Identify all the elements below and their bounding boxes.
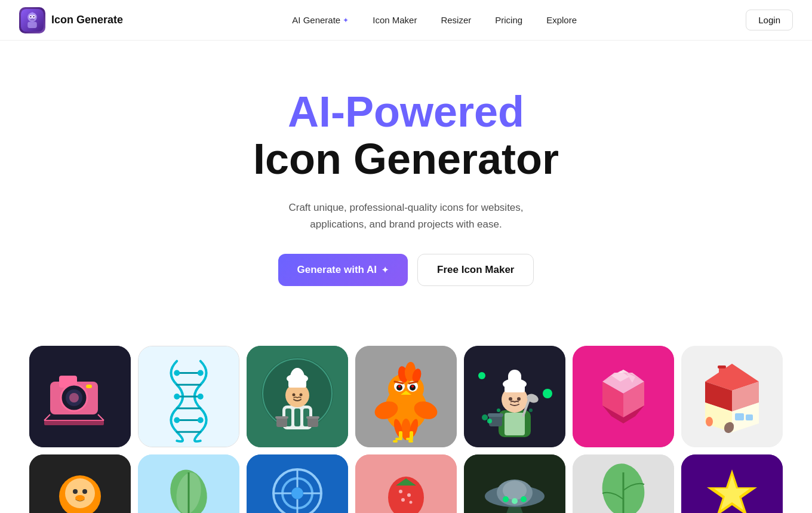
gallery-item-target <box>247 454 348 513</box>
svg-point-28 <box>174 370 180 376</box>
svg-point-87 <box>509 397 512 401</box>
svg-rect-76 <box>408 440 413 443</box>
hero-title: AI-Powered Icon Generator <box>12 88 800 183</box>
nav-ai-generate[interactable]: AI Generate ✦ <box>282 10 358 30</box>
svg-rect-86 <box>508 370 521 385</box>
svg-point-80 <box>482 414 488 420</box>
svg-point-45 <box>293 393 296 396</box>
svg-point-78 <box>478 372 485 379</box>
gallery-item-chicken <box>355 346 457 447</box>
svg-point-33 <box>198 417 204 423</box>
svg-rect-49 <box>307 417 318 427</box>
hero-subtitle: Craft unique, professional-quality icons… <box>12 199 800 232</box>
svg-point-30 <box>174 394 180 400</box>
svg-point-29 <box>198 370 204 376</box>
svg-rect-111 <box>735 413 744 420</box>
svg-point-139 <box>401 498 405 502</box>
svg-rect-20 <box>44 420 104 425</box>
svg-point-137 <box>399 490 402 493</box>
svg-point-55 <box>401 419 411 440</box>
gallery-item-lion <box>29 454 131 513</box>
gallery-item-dna <box>138 346 239 447</box>
svg-point-32 <box>174 417 180 423</box>
svg-point-118 <box>65 478 95 508</box>
gallery-item-camera <box>29 346 131 447</box>
svg-rect-39 <box>294 408 300 426</box>
generate-ai-button[interactable]: Generate with AI ✦ <box>278 254 408 286</box>
svg-rect-72 <box>410 431 413 438</box>
svg-point-44 <box>290 368 304 387</box>
gallery-item-strawberry <box>355 454 457 513</box>
svg-point-67 <box>411 385 414 388</box>
svg-rect-75 <box>406 438 413 440</box>
svg-point-95 <box>529 408 533 412</box>
free-icon-maker-button[interactable]: Free Icon Maker <box>417 254 534 286</box>
svg-point-146 <box>512 498 518 504</box>
hero-title-ai: AI-Powered <box>12 88 800 136</box>
svg-rect-74 <box>393 440 398 443</box>
svg-point-15 <box>69 393 79 403</box>
gallery-item-plant <box>138 454 239 513</box>
logo-text: Icon Generate <box>51 14 123 26</box>
gallery-item-star <box>681 454 783 513</box>
gallery-item-ufo <box>464 454 565 513</box>
svg-rect-2 <box>27 21 37 27</box>
svg-point-115 <box>706 417 713 426</box>
svg-point-88 <box>517 397 521 401</box>
svg-rect-16 <box>86 385 92 388</box>
icon-gallery <box>0 322 812 513</box>
gallery-item-gem <box>573 346 674 447</box>
svg-point-66 <box>398 385 401 388</box>
gallery-row-2 <box>0 454 812 513</box>
svg-rect-92 <box>488 413 503 417</box>
svg-point-129 <box>291 487 303 499</box>
login-button[interactable]: Login <box>746 10 793 30</box>
svg-point-93 <box>487 419 492 423</box>
sparkle-icon: ✦ <box>343 16 349 24</box>
svg-rect-112 <box>746 414 753 420</box>
hero-section: AI-Powered Icon Generator Craft unique, … <box>0 41 812 322</box>
hero-buttons: Generate with AI ✦ Free Icon Maker <box>12 254 800 286</box>
svg-point-9 <box>31 12 33 14</box>
svg-point-119 <box>73 489 78 494</box>
gallery-item-chef-dark <box>464 346 565 447</box>
nav-resizer[interactable]: Resizer <box>431 10 481 30</box>
gallery-item-chef-teal <box>247 346 348 447</box>
svg-point-46 <box>300 393 303 396</box>
svg-rect-47 <box>276 417 287 427</box>
main-nav: AI Generate ✦ Icon Maker Resizer Pricing… <box>282 10 586 30</box>
svg-point-6 <box>33 16 35 17</box>
svg-point-145 <box>503 496 509 502</box>
nav-pricing[interactable]: Pricing <box>485 10 532 30</box>
nav-icon-maker[interactable]: Icon Maker <box>363 10 426 30</box>
svg-rect-114 <box>718 365 726 368</box>
gallery-row-1 <box>0 346 812 454</box>
hero-title-main: Icon Generator <box>12 136 800 183</box>
svg-point-120 <box>82 489 87 494</box>
svg-point-147 <box>521 496 527 502</box>
svg-point-94 <box>497 408 500 412</box>
logo[interactable]: Icon Generate <box>19 7 123 33</box>
svg-rect-73 <box>395 438 402 440</box>
logo-icon <box>19 7 45 33</box>
gallery-item-nature <box>573 454 674 513</box>
svg-point-79 <box>543 389 552 398</box>
svg-rect-82 <box>505 413 525 435</box>
svg-rect-7 <box>30 19 35 20</box>
svg-point-31 <box>198 394 204 400</box>
header: Icon Generate AI Generate ✦ Icon Maker R… <box>0 0 812 41</box>
svg-rect-71 <box>399 431 402 438</box>
sparkle-btn-icon: ✦ <box>382 265 389 275</box>
svg-point-138 <box>407 493 411 497</box>
svg-point-140 <box>410 500 413 503</box>
svg-rect-48 <box>275 416 288 419</box>
svg-rect-50 <box>306 416 319 419</box>
svg-point-5 <box>30 16 32 17</box>
svg-point-121 <box>75 495 85 501</box>
gallery-item-house <box>681 346 783 447</box>
nav-explore[interactable]: Explore <box>537 10 586 30</box>
